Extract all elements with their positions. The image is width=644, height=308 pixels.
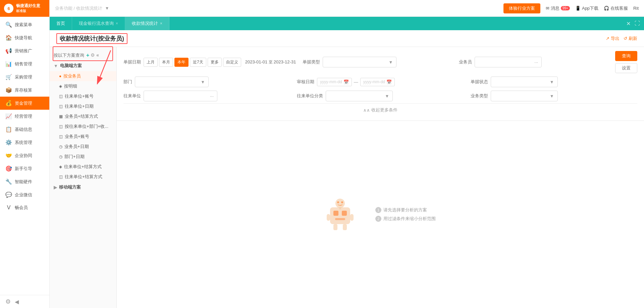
date-btn-more[interactable]: 更多: [208, 58, 222, 67]
tab-fullscreen-icon[interactable]: ⛶: [635, 20, 640, 27]
salesman-label: 业务员: [459, 59, 472, 65]
sidebar-item-guide[interactable]: 🎯 新手引导: [0, 162, 49, 175]
tree-item-icon: ▦: [59, 114, 63, 119]
tip-num-1: 1: [375, 207, 381, 213]
tab-current-close[interactable]: ×: [160, 21, 162, 26]
tree-item-partner-date[interactable]: ◫ 往来单位+日期: [50, 101, 116, 111]
svg-rect-1: [333, 211, 338, 216]
partner-category-select[interactable]: ▼: [326, 91, 393, 101]
tree-group-mobile[interactable]: ▶ 移动端方案: [50, 182, 116, 193]
date-btn-last-month[interactable]: 上月: [144, 58, 158, 67]
sidebar-item-label: 企业协同: [15, 153, 32, 159]
tree-item-salesman-account[interactable]: ◫ 业务员+账号: [50, 132, 116, 142]
sidebar-item-system[interactable]: ⚙️ 系统管理: [0, 136, 49, 149]
partner-select[interactable]: ···: [144, 91, 217, 101]
breadcrumb-dropdown-icon[interactable]: ▼: [105, 6, 109, 11]
tree-group-pc-label: 电脑端方案: [60, 63, 82, 69]
doc-status-label: 单据状态: [471, 79, 488, 85]
tree-item-salesman-settle[interactable]: ▦ 业务员+结算方式: [50, 111, 116, 121]
biz-type-arrow: ▼: [550, 94, 554, 99]
dept-arrow: ▼: [201, 80, 205, 85]
online-service-btn[interactable]: 🎧 在线客服: [604, 5, 628, 11]
app-download-btn[interactable]: 📱 App下载: [575, 5, 598, 11]
calendar-from-icon[interactable]: 📅: [343, 80, 349, 85]
sidebar-item-corp[interactable]: 🤝 企业协同: [0, 149, 49, 162]
refresh-label: 刷新: [629, 36, 637, 42]
settings-btn[interactable]: 设置: [615, 63, 637, 73]
sidebar-item-label: 畅会员: [15, 205, 28, 211]
member-icon: V: [5, 205, 12, 211]
tree-item-partner-settle2[interactable]: ◫ 往来单位+结算方式: [50, 172, 116, 182]
sidebar-item-quick-nav[interactable]: 🏠 快捷导航: [0, 31, 49, 44]
date-btn-custom[interactable]: 自定义: [223, 58, 241, 67]
sidebar-item-finance[interactable]: 💰 资金管理: [0, 97, 49, 110]
tree-item-by-detail[interactable]: ◈ 按明细: [50, 81, 116, 91]
empty-illustration: [325, 197, 355, 232]
tab-close-all-icon[interactable]: ✕: [626, 20, 631, 27]
collapse-sidebar-icon[interactable]: ◀: [15, 299, 19, 305]
sidebar-item-marketing[interactable]: 📢 营销推广: [0, 44, 49, 57]
doc-status-select[interactable]: ▼: [491, 76, 558, 87]
add-scheme-btn[interactable]: +: [86, 52, 89, 58]
settings-bottom-icon[interactable]: ⚙: [5, 298, 11, 305]
tree-item-label: 业务员+日期: [64, 144, 89, 150]
export-btn[interactable]: ↗ 导出: [606, 36, 620, 42]
sidebar-item-operation[interactable]: 📈 经营管理: [0, 110, 49, 123]
tree-group-expand-icon: ▼: [54, 63, 58, 68]
sidebar-item-inventory[interactable]: 📦 库存核算: [0, 84, 49, 97]
user-avatar[interactable]: Rit: [633, 6, 639, 11]
date-label: 单据日期: [123, 59, 141, 65]
collapse-more-btn[interactable]: ∧∧ 收起更多条件: [123, 103, 637, 116]
tree-item-partner-account[interactable]: ◫ 往来单位+账号: [50, 91, 116, 101]
refresh-btn[interactable]: ↺ 刷新: [624, 36, 637, 42]
sidebar-item-purchase[interactable]: 🛒 采购管理: [0, 70, 49, 84]
tab-current[interactable]: 收款情况统计 ×: [125, 17, 169, 30]
trial-btn[interactable]: 体验行业方案: [503, 3, 540, 13]
sidebar-item-member[interactable]: V 畅会员: [0, 201, 49, 214]
tree-item-partner-settle1[interactable]: ◈ 往来单位+结算方式: [50, 162, 116, 172]
refresh-icon: ↺: [624, 36, 627, 41]
tree-item-salesman-date[interactable]: ◷ 业务员+日期: [50, 142, 116, 152]
tab-home[interactable]: 首页: [50, 17, 72, 30]
collapse-icon: ∧∧: [363, 108, 370, 113]
svg-rect-7: [343, 224, 347, 230]
panel-title: 按以下方案查询: [54, 52, 84, 58]
doc-type-arrow: ▼: [388, 60, 393, 65]
message-btn[interactable]: ✉ 消息 99+: [546, 5, 570, 11]
date-btn-this-year[interactable]: 本年: [174, 58, 189, 67]
review-date-to[interactable]: yyyy-mm-dd: [363, 80, 385, 84]
right-panel: 单据日期 上月 本月 本年 近7天 更多 自定义 2023-01-01 至 20…: [117, 47, 644, 308]
wechat-icon: 💬: [5, 192, 12, 198]
biz-type-select[interactable]: ▼: [491, 91, 558, 101]
tree-item-dept-date[interactable]: ◷ 部门+日期: [50, 152, 116, 162]
query-btn[interactable]: 查询: [615, 51, 637, 61]
panel-header-icons: + ⚙ «: [86, 52, 99, 58]
tree-group-pc[interactable]: ▼ 电脑端方案: [50, 60, 116, 71]
partner-cat-arrow: ▼: [385, 94, 389, 99]
dept-label: 部门: [123, 79, 132, 85]
tree-item-by-salesman[interactable]: ● 按业务员: [50, 71, 116, 81]
date-btn-this-month[interactable]: 本月: [159, 58, 173, 67]
review-date-from[interactable]: yyyy-mm-dd: [320, 80, 342, 84]
calendar-to-icon[interactable]: 📅: [386, 80, 392, 85]
sidebar-item-label: 采购管理: [15, 74, 32, 80]
sidebar-item-sales[interactable]: 📊 销售管理: [0, 57, 49, 70]
sidebar-bottom: ⚙ ◀: [0, 295, 49, 308]
sidebar-item-basic[interactable]: 📋 基础信息: [0, 123, 49, 136]
tree-item-partner-dept-collect[interactable]: ◫ 按往来单位+部门+收...: [50, 121, 116, 132]
search-icon: 🔍: [5, 21, 12, 28]
sidebar-item-hardware[interactable]: 🔧 智能硬件: [0, 175, 49, 188]
svg-rect-11: [339, 207, 341, 209]
tab-bank-flow[interactable]: 现金银行流水查询 ×: [72, 17, 125, 30]
salesman-select[interactable]: ···: [475, 57, 542, 67]
scheme-settings-btn[interactable]: ⚙: [91, 52, 95, 58]
tip-text-2: 用过滤条件来缩小分析范围: [383, 216, 436, 222]
tab-bank-flow-close[interactable]: ×: [116, 21, 118, 26]
dept-select[interactable]: ▼: [135, 76, 209, 87]
date-btn-7days[interactable]: 近7天: [190, 58, 206, 67]
sidebar-item-wechat[interactable]: 💬 企业微信: [0, 188, 49, 201]
sidebar-item-label: 基础信息: [15, 126, 32, 133]
collapse-panel-btn[interactable]: «: [96, 52, 99, 58]
doc-type-select[interactable]: ▼: [323, 57, 396, 67]
sidebar-item-search[interactable]: 🔍 搜索菜单: [0, 18, 49, 31]
